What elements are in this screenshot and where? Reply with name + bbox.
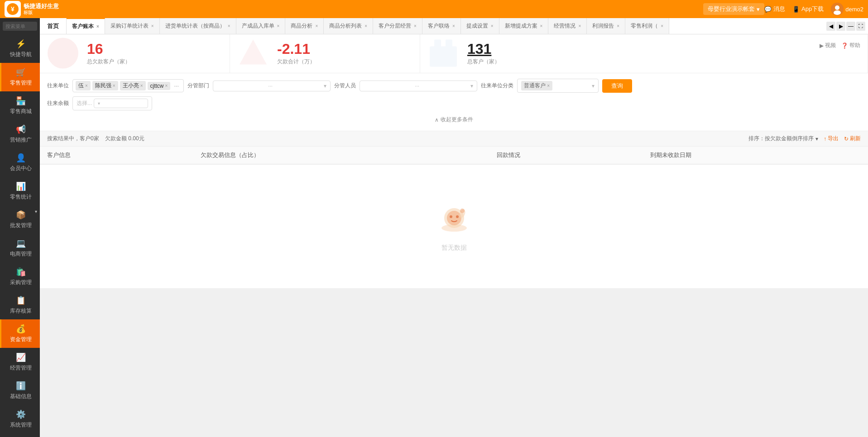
messages-btn[interactable]: 💬 消息 [764, 5, 785, 13]
tab-minimize-btn[interactable]: — [846, 22, 855, 31]
tab-maximize-btn[interactable]: ⛶ [856, 22, 865, 31]
wholesale-icon: 📦 [16, 210, 26, 220]
sidebar-item-inventory[interactable]: 📋 库存核算 [0, 291, 40, 319]
tab-5-close[interactable]: × [364, 24, 367, 28]
unit-type-label: 往来单位分类 [481, 82, 513, 90]
stat-total-debt-value: -2.11 [277, 42, 315, 56]
person-dropdown[interactable]: ··· ▾ [360, 81, 477, 91]
filter-row-1: 往来单位 伍 × 陈民强 × [47, 79, 861, 93]
tag-chen-remove[interactable]: × [113, 83, 115, 88]
sidebar-label-retailstat: 零售统计 [10, 193, 32, 201]
app-logo: ¥ 畅捷通好生意 标版 [5, 1, 703, 17]
empty-illustration [436, 201, 472, 238]
tab-5[interactable]: 商品分析列表 × [324, 18, 373, 34]
collapse-btn[interactable]: ∧ 收起更多条件 [427, 114, 480, 125]
sidebar-item-retail[interactable]: 🛒 零售管理 [0, 63, 40, 91]
refresh-button[interactable]: ↻ 刷新 [844, 135, 861, 142]
video-helper-btn[interactable]: ▶ 视频 [820, 42, 836, 49]
tab-4-close[interactable]: × [315, 24, 318, 28]
search-input[interactable] [3, 22, 37, 31]
tab-3-close[interactable]: × [277, 24, 280, 28]
sidebar-search-container[interactable] [0, 18, 40, 34]
tab-10-close[interactable]: × [578, 24, 581, 28]
tab-6[interactable]: 客户分层经营 × [373, 18, 422, 34]
tab-6-close[interactable]: × [414, 24, 417, 28]
unit-type-tag-remove[interactable]: × [547, 83, 550, 88]
stat-card-debt-customers: ¥ 16 总欠款客户（家） [40, 34, 230, 73]
tab-0-close[interactable]: × [96, 24, 99, 29]
tag-wu-remove[interactable]: × [85, 83, 88, 88]
tab-7[interactable]: 客户联络 × [422, 18, 461, 34]
tab-4[interactable]: 商品分析 × [285, 18, 324, 34]
tab-9[interactable]: 新增提成方案 × [499, 18, 549, 34]
tag-wang-remove[interactable]: × [140, 83, 143, 88]
inventory-icon: 📋 [16, 295, 26, 305]
tab-7-close[interactable]: × [452, 24, 455, 28]
tag-cjttcw-remove[interactable]: × [165, 83, 168, 88]
tab-next-btn[interactable]: ▶ [836, 22, 845, 31]
tab-prev-btn[interactable]: ◀ [826, 22, 835, 31]
refresh-icon: ↻ [844, 136, 849, 142]
tab-8-close[interactable]: × [491, 24, 494, 28]
tab-12-close[interactable]: × [661, 24, 663, 28]
balance-placeholder: 选择... [77, 100, 92, 107]
retailstat-icon: 📊 [16, 181, 26, 191]
sidebar-item-retailstat[interactable]: 📊 零售统计 [0, 177, 40, 205]
tab-3[interactable]: 产成品入库单 × [236, 18, 286, 34]
help-btn[interactable]: ❓ 帮助 [841, 42, 860, 49]
sidebar-item-system[interactable]: ⚙️ 系统管理 [0, 405, 40, 433]
tab-1-close[interactable]: × [151, 24, 154, 28]
tab-1[interactable]: 采购订单统计表 × [105, 18, 160, 34]
dept-arrow: ··· [268, 83, 273, 89]
sidebar-item-enterprise[interactable]: 🏢 企业协同 [0, 433, 40, 437]
tab-2-close[interactable]: × [228, 24, 230, 28]
sidebar-item-quicknav[interactable]: ⚡ 快捷导航 [0, 34, 40, 63]
account-selector[interactable]: 母婴行业演示帐套 ▾ [703, 3, 764, 15]
results-bar: 搜索结果中，客户0家 欠款金额 0.00元 排序：按欠款金额倒序排序 ▾ ↑ [40, 131, 868, 147]
top-bar-right: 💬 消息 📱 App下载 demo2 [764, 3, 863, 15]
unit-type-dropdown[interactable]: 普通客户 × ▾ [517, 79, 599, 93]
app-subtitle: 标版 [24, 10, 59, 15]
shop-icon: 🏪 [16, 96, 26, 106]
purchase-icon: 🛍️ [16, 267, 26, 277]
tab-bar: 首页 客户账本 × 采购订单统计表 × 进货单统计表（按商品） × 产成品入库单… [40, 18, 868, 34]
sidebar-item-finance[interactable]: 💰 资金管理 [0, 319, 40, 348]
tab-8[interactable]: 提成设置 × [461, 18, 499, 34]
dept-filter-label: 分管部门 [187, 82, 209, 90]
app-download-btn[interactable]: 📱 App下载 [792, 5, 824, 13]
tab-11-close[interactable]: × [617, 24, 619, 28]
tab-12[interactable]: 零售利润（ × [625, 18, 669, 34]
svg-point-16 [456, 215, 459, 218]
export-button[interactable]: ↑ 导出 [824, 135, 839, 142]
sidebar-item-operations[interactable]: 📈 经营管理 [0, 348, 40, 376]
tab-9-close[interactable]: × [540, 24, 543, 28]
tab-10[interactable]: 经营情况 × [548, 18, 587, 34]
query-button[interactable]: 查询 [602, 79, 632, 93]
chevron-down-icon: ▾ [757, 6, 760, 13]
sidebar-item-wholesale[interactable]: 📦 批发管理 ▾ [0, 205, 40, 234]
dept-dropdown[interactable]: ··· ▾ [213, 81, 331, 91]
tab-home[interactable]: 首页 [40, 18, 67, 34]
sort-button[interactable]: 排序：按欠款金额倒序排序 ▾ [748, 135, 818, 142]
tab-0[interactable]: 客户账本 × [67, 18, 105, 34]
svg-text:+: + [249, 48, 257, 62]
sidebar-item-shop[interactable]: 🏪 零售商城 [0, 91, 40, 120]
sidebar-item-marketing[interactable]: 📢 营销推广 [0, 120, 40, 148]
tab-2[interactable]: 进货单统计表（按商品） × [160, 18, 236, 34]
tab-11[interactable]: 利润报告 × [587, 18, 625, 34]
user-name: demo2 [845, 6, 863, 13]
svg-point-14 [447, 211, 461, 225]
sidebar-item-ecommerce[interactable]: 💻 电商管理 [0, 234, 40, 262]
top-bar: ¥ 畅捷通好生意 标版 母婴行业演示帐套 ▾ 💬 消息 📱 App下载 [0, 0, 868, 18]
stat-card-total-customers: 131 总客户（家） ▶ 视频 ❓ 帮助 [420, 34, 868, 73]
sidebar-item-purchase[interactable]: 🛍️ 采购管理 [0, 262, 40, 291]
page-helpers: ▶ 视频 ❓ 帮助 [820, 42, 860, 49]
user-profile[interactable]: demo2 [831, 3, 863, 15]
balance-select[interactable]: 选择... ▾ [72, 96, 152, 110]
unit-filter-label: 往来单位 [47, 82, 69, 90]
sidebar-item-members[interactable]: 👤 会员中心 [0, 148, 40, 177]
filter-tags-more[interactable]: ··· [172, 81, 181, 90]
tab-4-label: 商品分析 [291, 22, 312, 30]
sidebar-item-basic[interactable]: ℹ️ 基础信息 [0, 376, 40, 405]
unit-filter-tags[interactable]: 伍 × 陈民强 × 王小亮 × [72, 79, 184, 92]
